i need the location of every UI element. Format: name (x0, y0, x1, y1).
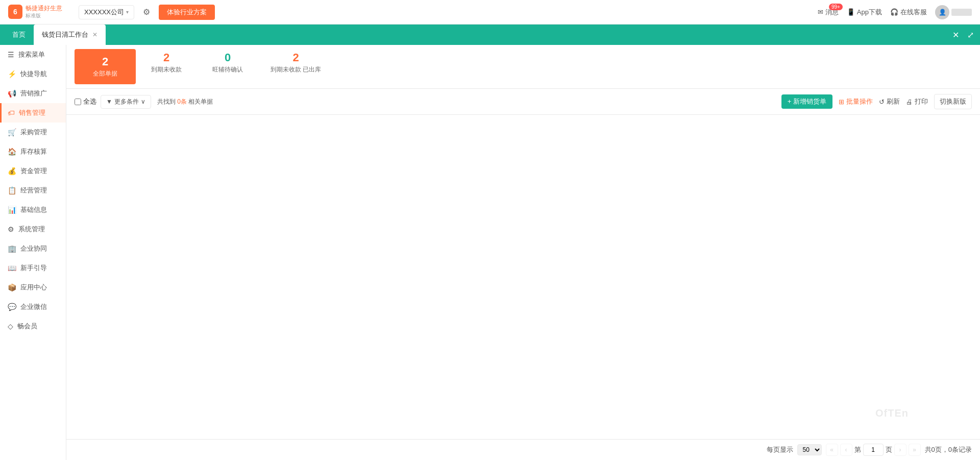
page-size-label: 每页显示 (767, 445, 793, 454)
sidebar-item-purchase[interactable]: 🛒 采购管理 (0, 123, 66, 142)
chevron-down-icon: ▾ (126, 9, 129, 15)
sidebar-item-system[interactable]: ⚙ 系统管理 (0, 220, 66, 239)
logo-badge: 标准版 (26, 12, 62, 19)
add-sales-order-button[interactable]: + 新增销货单 (781, 94, 832, 109)
sidebar-label-guide: 新手引导 (20, 263, 47, 273)
tab-bar: 首页 钱货日清工作台 ✕ ✕ ⤢ (0, 25, 980, 45)
trial-button[interactable]: 体验行业方案 (159, 5, 215, 20)
stat-tab-shipped[interactable]: 2 到期未收款 已出库 (258, 45, 333, 88)
sidebar-item-app-center[interactable]: 📦 应用中心 (0, 278, 66, 297)
app-download-label: App下载 (857, 8, 882, 17)
toolbar-right: + 新增销货单 ⊞ 批量操作 ↺ 刷新 🖨 打印 切换新版 (781, 94, 972, 109)
quick-nav-icon: ⚡ (8, 70, 16, 78)
stat-shipped-number: 2 (293, 51, 299, 64)
message-button[interactable]: ✉ 消息 99+ (818, 8, 839, 17)
sidebar-label-inventory: 库存核算 (20, 147, 47, 156)
batch-label: 批量操作 (846, 97, 873, 106)
filter-button[interactable]: ▼ 更多条件 ∨ (101, 95, 151, 109)
first-page-icon: « (830, 446, 834, 453)
filter-chevron-icon: ∨ (141, 98, 145, 105)
stat-tab-all[interactable]: 2 全部单据 (75, 49, 136, 84)
company-selector[interactable]: XXXXXX公司 ▾ (79, 5, 134, 19)
app-center-icon: 📦 (8, 283, 16, 292)
stat-pending-label: 旺辅待确认 (212, 65, 243, 74)
tab-close-icon[interactable]: ✕ (92, 31, 97, 38)
wecom-icon: 💬 (8, 303, 16, 311)
sidebar-item-marketing[interactable]: 📢 营销推广 (0, 84, 66, 103)
purchase-icon: 🛒 (8, 128, 16, 136)
sidebar: ☰ 搜索菜单 ⚡ 快捷导航 📢 营销推广 🏷 销售管理 🛒 采购管理 🏠 库存核… (0, 45, 66, 460)
last-page-icon: » (913, 446, 916, 453)
sidebar-item-base-info[interactable]: 📊 基础信息 (0, 200, 66, 220)
online-service-button[interactable]: 🎧 在线客服 (890, 8, 927, 17)
sidebar-item-finance[interactable]: 💰 资金管理 (0, 161, 66, 181)
download-icon: 📱 (847, 8, 855, 16)
result-suffix: 相关单据 (188, 98, 213, 105)
avatar: 👤 (935, 5, 949, 19)
filter-icon: ▼ (106, 98, 112, 105)
sidebar-item-sales[interactable]: 🏷 销售管理 (0, 103, 66, 123)
filter-label: 更多条件 (114, 98, 139, 106)
tab-workbench[interactable]: 钱货日清工作台 ✕ (34, 25, 106, 45)
top-header: 6 畅捷通好生意 标准版 XXXXXX公司 ▾ ⚙ 体验行业方案 ✉ 消息 99… (0, 0, 980, 25)
page-nav: « ‹ 第 页 › » (826, 444, 921, 456)
first-page-button[interactable]: « (826, 444, 838, 456)
page-size-select[interactable]: 50 (797, 444, 822, 455)
prev-page-button[interactable]: ‹ (840, 444, 852, 456)
last-page-button[interactable]: » (909, 444, 921, 456)
sidebar-item-inventory[interactable]: 🏠 库存核算 (0, 142, 66, 161)
sidebar-item-operations[interactable]: 📋 经营管理 (0, 181, 66, 200)
stat-all-label: 全部单据 (93, 69, 117, 78)
result-count: 0条 (177, 98, 187, 105)
sales-icon: 🏷 (8, 109, 15, 117)
select-all-checkbox[interactable]: 全选 (75, 97, 96, 106)
sidebar-item-quick-nav[interactable]: ⚡ 快捷导航 (0, 64, 66, 84)
sidebar-label-marketing: 营销推广 (20, 89, 47, 98)
sidebar-item-member[interactable]: ◇ 畅会员 (0, 317, 66, 336)
sidebar-item-wecom[interactable]: 💬 企业微信 (0, 297, 66, 317)
sidebar-label-wecom: 企业微信 (20, 302, 47, 311)
prev-page-icon: ‹ (845, 446, 847, 453)
sidebar-label-app-center: 应用中心 (20, 283, 47, 292)
operations-icon: 📋 (8, 186, 16, 195)
logo-area: 6 畅捷通好生意 标准版 (8, 5, 75, 19)
inventory-icon: 🏠 (8, 148, 16, 156)
online-service-label: 在线客服 (900, 8, 927, 17)
tab-home[interactable]: 首页 (4, 25, 34, 45)
batch-operation-button[interactable]: ⊞ 批量操作 (839, 97, 873, 106)
sidebar-label-base-info: 基础信息 (20, 205, 47, 214)
tab-maximize-icon[interactable]: ⤢ (965, 30, 976, 40)
sidebar-item-search-menu[interactable]: ☰ 搜索菜单 (0, 45, 66, 64)
tab-workbench-label: 钱货日清工作台 (42, 30, 88, 39)
sidebar-label-member: 畅会员 (17, 322, 37, 331)
message-badge: 99+ (829, 4, 843, 10)
sidebar-item-guide[interactable]: 📖 新手引导 (0, 258, 66, 278)
tab-close-window-icon[interactable]: ✕ (950, 30, 961, 40)
print-button[interactable]: 🖨 打印 (906, 97, 928, 106)
refresh-label: 刷新 (887, 97, 900, 106)
current-page-input[interactable] (863, 444, 884, 456)
stat-tab-pending[interactable]: 0 旺辅待确认 (197, 45, 258, 88)
print-label: 打印 (915, 97, 928, 106)
switch-version-button[interactable]: 切换新版 (934, 94, 972, 109)
tab-home-label: 首页 (12, 30, 26, 39)
total-info: 共0页，0条记录 (925, 445, 972, 454)
stat-tab-overdue[interactable]: 2 到期未收款 (136, 45, 197, 88)
batch-icon: ⊞ (839, 98, 844, 106)
print-icon: 🖨 (906, 98, 913, 106)
gear-icon: ⚙ (143, 7, 150, 17)
stat-overdue-number: 2 (163, 51, 169, 64)
result-prefix: 共找到 (157, 98, 176, 105)
sidebar-item-enterprise[interactable]: 🏢 企业协同 (0, 239, 66, 258)
refresh-icon: ↺ (879, 98, 885, 106)
logo-icon: 6 (8, 5, 22, 19)
user-area[interactable]: 👤 (935, 5, 972, 19)
system-icon: ⚙ (8, 225, 14, 233)
sidebar-label-search-menu: 搜索菜单 (18, 50, 45, 59)
select-all-input[interactable] (75, 99, 81, 105)
refresh-button[interactable]: ↺ 刷新 (879, 97, 900, 106)
next-page-button[interactable]: › (894, 444, 906, 456)
select-all-label: 全选 (83, 97, 96, 106)
app-download-button[interactable]: 📱 App下载 (847, 8, 882, 17)
settings-button[interactable]: ⚙ (138, 4, 155, 20)
